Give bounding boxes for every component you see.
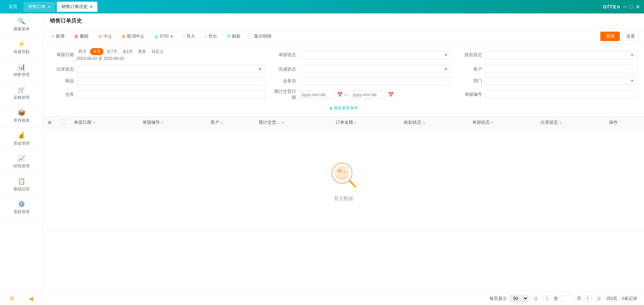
- dept-arrow: ▼: [630, 78, 634, 83]
- next-page-btn[interactable]: ⟩: [584, 295, 592, 302]
- add-label: 新增: [56, 33, 65, 39]
- col-customer-label: 客户: [211, 120, 219, 125]
- stop-button[interactable]: ⊘ 中止: [95, 32, 116, 41]
- tab-sales-order-close[interactable]: ✕: [48, 5, 51, 9]
- sidebar-item-search-label: 搜索菜单: [13, 26, 30, 32]
- minimize-btn[interactable]: ─: [623, 4, 627, 10]
- tab-sales-history-close[interactable]: ✕: [90, 5, 93, 9]
- settings-col-header[interactable]: ⚙: [43, 117, 56, 128]
- sidebar-item-search[interactable]: 🔍 搜索菜单: [0, 13, 43, 36]
- bill-status-label: 单据状态: [272, 52, 299, 58]
- first-page-btn[interactable]: ⟨⟨: [531, 295, 541, 302]
- filter-col-warehouse: 仓库 ...: [50, 90, 265, 99]
- bill-status-arrow: ▼: [444, 52, 448, 58]
- col-bill-status-label: 单据状态: [472, 120, 490, 125]
- sidebar-item-base-label: 基础信息: [13, 186, 30, 192]
- query-button[interactable]: 查询: [600, 32, 620, 41]
- warehouse-input[interactable]: ...: [77, 90, 265, 99]
- col-out-status[interactable]: 出库状态 ⇅: [536, 117, 605, 128]
- col-order-amount[interactable]: 订单金额 ⇅: [332, 117, 400, 128]
- import-button[interactable]: ↑ 导入: [179, 32, 199, 41]
- col-expected-date[interactable]: 预计交货... ⇅: [255, 117, 332, 128]
- export-button[interactable]: ↓ 导出: [201, 32, 220, 41]
- complete-status-arrow: ▼: [444, 67, 448, 72]
- print-label: 打印: [160, 33, 169, 39]
- refresh-icon: ↺: [226, 34, 230, 39]
- calendar-to-icon[interactable]: 📅: [388, 92, 394, 97]
- table-area: ⚙ 单据日期 ⇅ 单据编号 ⇅ 客户 ⇅ 预计交货... ⇅ 订单金额 ⇅ 收款…: [43, 117, 644, 292]
- svg-point-4: [343, 171, 346, 174]
- col-date[interactable]: 单据日期 ⇅: [70, 117, 138, 128]
- expected-date-to[interactable]: [350, 90, 387, 99]
- dept-select[interactable]: ▼: [485, 77, 637, 85]
- checkbox-col-header[interactable]: [56, 117, 70, 128]
- salesperson-dots: ...: [444, 78, 448, 83]
- settings-button[interactable]: 设置: [622, 32, 639, 41]
- display-toggle[interactable]: 显示明细: [248, 33, 271, 39]
- payment-status-select[interactable]: ▼: [485, 51, 637, 59]
- date-yesterday[interactable]: 昨天: [77, 48, 89, 55]
- current-page-input[interactable]: 1: [561, 295, 574, 302]
- col-payment-status-sort: ⇅: [423, 121, 425, 124]
- date-7days[interactable]: 近7天: [105, 48, 119, 55]
- sidebar-item-finance[interactable]: 💰 资金管理: [0, 128, 43, 151]
- date-1month[interactable]: 近1月: [121, 48, 135, 55]
- prev-page-btn[interactable]: ⟨: [543, 295, 551, 302]
- sidebar-item-purchase[interactable]: 🛒 采购管理: [0, 82, 43, 105]
- customer-input[interactable]: ...: [485, 65, 637, 73]
- settings-bottom-icon[interactable]: ⚙: [9, 295, 15, 302]
- out-status-select[interactable]: ▼: [77, 65, 265, 73]
- date-today[interactable]: 今天: [90, 48, 103, 55]
- finance-icon: 💰: [18, 132, 25, 139]
- out-status-label: 出库状态: [50, 66, 77, 72]
- tab-sales-history-label: 销售订单历史: [61, 4, 88, 10]
- per-page-select[interactable]: 50 10 20 100: [510, 295, 528, 302]
- collapse-row[interactable]: ▲ 收起更多条件: [50, 104, 637, 112]
- col-date-label: 单据日期: [74, 120, 91, 125]
- maximize-btn[interactable]: □: [630, 4, 633, 10]
- refresh-button[interactable]: ↺ 刷新: [223, 32, 244, 41]
- sidebar-item-quick-label: 快捷导航: [13, 49, 30, 55]
- delete-label: 删除: [80, 33, 89, 39]
- sidebar-item-base[interactable]: 📋 基础信息: [0, 174, 43, 196]
- bill-no-input[interactable]: [485, 90, 637, 99]
- sidebar-item-operation[interactable]: 📈 经营管理: [0, 151, 43, 174]
- tab-home[interactable]: 首页: [4, 2, 22, 12]
- collapse-sidebar-icon[interactable]: ◀: [29, 295, 33, 302]
- print-icon: 🖨: [154, 34, 159, 39]
- add-button[interactable]: + 新增: [48, 32, 68, 41]
- salesperson-input[interactable]: ...: [299, 77, 451, 85]
- display-checkbox[interactable]: [248, 34, 253, 39]
- empty-state-row: 暂无数据: [43, 128, 644, 232]
- collapse-label: 收起更多条件: [334, 106, 358, 110]
- date-custom[interactable]: 自定义: [149, 48, 166, 55]
- col-bill-status[interactable]: 单据状态 ⇅: [468, 117, 537, 128]
- goods-input[interactable]: ...: [77, 77, 265, 85]
- col-payment-status[interactable]: 收款状态 ⇅: [400, 117, 468, 128]
- bill-status-select[interactable]: ▼: [299, 51, 451, 59]
- col-action: 操作: [605, 117, 644, 128]
- date-more[interactable]: 更多: [136, 48, 148, 55]
- tab-sales-history[interactable]: 销售订单历史 ✕: [57, 2, 97, 12]
- empty-illustration: [327, 158, 360, 192]
- col-bill-no[interactable]: 单据编号 ⇅: [138, 117, 207, 128]
- print-button[interactable]: 🖨 打印 ▼: [151, 32, 177, 41]
- stop-label: 中止: [103, 33, 112, 39]
- sidebar-item-inventory-label: 库存核算: [13, 118, 30, 123]
- sidebar-item-sales[interactable]: 📊 销售管理: [0, 59, 43, 82]
- col-bill-status-sort: ⇅: [491, 121, 493, 124]
- sidebar-item-system[interactable]: ⚙️ 系统管理: [0, 196, 43, 219]
- calendar-from-icon[interactable]: 📅: [337, 92, 343, 97]
- purchase-icon: 🛒: [18, 86, 25, 93]
- col-customer[interactable]: 客户 ⇅: [207, 117, 255, 128]
- sidebar-item-quick[interactable]: ⚡ 快捷导航: [0, 36, 43, 59]
- last-page-btn[interactable]: ⟩⟩: [594, 295, 604, 302]
- cancel-stop-icon: ⊗: [122, 34, 126, 39]
- expected-date-from[interactable]: [299, 90, 336, 99]
- delete-button[interactable]: 🗑 删除: [71, 32, 92, 41]
- tab-sales-order[interactable]: 销售订单 ✕: [24, 2, 55, 12]
- sidebar-item-inventory[interactable]: 📦 库存核算: [0, 105, 43, 128]
- complete-status-select[interactable]: ▼: [299, 65, 451, 73]
- close-btn-window[interactable]: ✕: [636, 4, 640, 10]
- cancel-stop-button[interactable]: ⊗ 取消中止: [118, 32, 148, 41]
